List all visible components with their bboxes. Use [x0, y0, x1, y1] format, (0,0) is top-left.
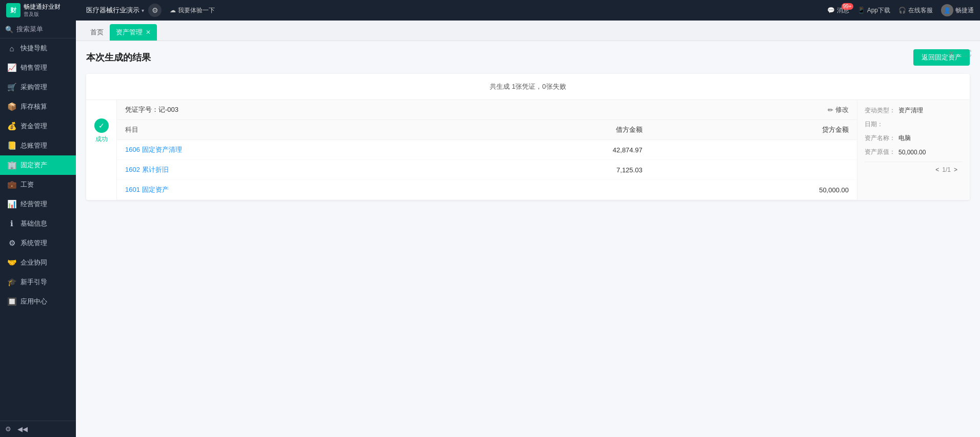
table-row: 1602 累计折旧 7,125.03	[117, 160, 857, 180]
voucher-number: 凭证字号：记-003	[125, 105, 178, 114]
subject-link-3[interactable]: 1601 固定资产	[125, 186, 169, 193]
sidebar: 🔍 搜索菜单 ⌂ 快捷导航 📈 销售管理 🛒 采购管理 📦 库存核算 💰 资金管…	[0, 21, 76, 437]
col-header-subject: 科目	[117, 120, 444, 140]
asset-name-value: 电脑	[898, 134, 911, 143]
main-layout: 🔍 搜索菜单 ⌂ 快捷导航 📈 销售管理 🛒 采购管理 📦 库存核算 💰 资金管…	[0, 21, 980, 437]
sidebar-item-fixed-assets[interactable]: 🏢 固定资产	[0, 155, 76, 175]
sidebar-settings-button[interactable]: ⚙	[5, 425, 11, 433]
sidebar-bottom: ⚙ ◀◀	[0, 421, 76, 437]
debit-3	[444, 180, 650, 200]
search-icon: 🔍	[5, 26, 13, 33]
sidebar-item-ledger[interactable]: 📒 总账管理	[0, 136, 76, 155]
app-download-button[interactable]: 📱 App下载	[857, 6, 890, 15]
company-selector[interactable]: 医疗器械行业演示 ▾	[86, 6, 144, 15]
next-page-button[interactable]: >	[954, 166, 957, 173]
table-row: 1606 固定资产清理 42,874.97	[117, 140, 857, 160]
pagination: < 1/1 >	[865, 162, 963, 177]
user-menu[interactable]: 👤 畅捷通	[941, 4, 974, 16]
sidebar-item-business[interactable]: 📊 经营管理	[0, 194, 76, 214]
prev-page-button[interactable]: <	[935, 166, 939, 173]
headset-icon: 🎧	[898, 7, 906, 14]
success-circle-icon: ✓	[94, 118, 109, 133]
expand-panel-button[interactable]: ⛶	[962, 47, 974, 59]
page-content: 本次生成的结果 返回固定资产 共生成 1张凭证，0张失败 ✓ 成功 凭证字号：记…	[76, 41, 980, 437]
sidebar-collapse-button[interactable]: ◀◀	[17, 425, 28, 433]
tab-bar: 首页 资产管理 ✕	[76, 21, 980, 41]
message-icon: 💬	[827, 7, 835, 14]
voucher-main: 凭证字号：记-003 ✏ 修改 科目 借方金额 贷	[117, 100, 857, 200]
result-panel: 共生成 1张凭证，0张失败 ✓ 成功 凭证字号：记-003 ✏ 修改	[86, 74, 970, 200]
credit-3: 50,000.00	[651, 180, 857, 200]
payroll-icon: 💼	[7, 180, 16, 189]
credit-2	[651, 160, 857, 180]
info-asset-value: 资产原值： 50,000.00	[865, 148, 963, 156]
edit-button[interactable]: ✏ 修改	[828, 105, 849, 114]
voucher-header: 凭证字号：记-003 ✏ 修改	[117, 100, 857, 120]
sidebar-item-system[interactable]: ⚙ 系统管理	[0, 233, 76, 253]
info-icon: ℹ	[7, 219, 16, 228]
close-panel-button[interactable]: ✕	[945, 47, 957, 59]
sidebar-item-cooperation[interactable]: 🤝 企业协同	[0, 253, 76, 272]
sidebar-item-sales[interactable]: 📈 销售管理	[0, 58, 76, 77]
message-button[interactable]: 💬 消息 99+	[827, 6, 849, 15]
tab-home[interactable]: 首页	[84, 24, 110, 41]
logo-icon: 财	[6, 3, 21, 17]
date-label: 日期：	[865, 120, 893, 129]
purchase-icon: 🛒	[7, 83, 16, 92]
cooperation-icon: 🤝	[7, 258, 16, 267]
success-label: 成功	[95, 135, 108, 144]
inventory-icon: 📦	[7, 102, 16, 111]
asset-value-label: 资产原值：	[865, 148, 895, 156]
credit-1	[651, 140, 857, 160]
search-menu[interactable]: 🔍 搜索菜单	[0, 21, 76, 38]
debit-2: 7,125.03	[444, 160, 650, 180]
cloud-icon: ☁	[170, 7, 176, 14]
asset-name-label: 资产名称：	[865, 134, 895, 143]
col-header-debit: 借方金额	[444, 120, 650, 140]
sidebar-item-app-center[interactable]: 🔲 应用中心	[0, 292, 76, 311]
business-icon: 📊	[7, 200, 16, 209]
finance-icon: 💰	[7, 122, 16, 131]
logo-text: 畅捷通好业财 普及版	[24, 3, 61, 18]
ledger-icon: 📒	[7, 141, 16, 150]
sidebar-item-finance[interactable]: 💰 资金管理	[0, 116, 76, 136]
subject-link-1[interactable]: 1606 固定资产清理	[125, 146, 182, 153]
page-title-row: 本次生成的结果 返回固定资产	[86, 49, 970, 66]
sidebar-item-purchase[interactable]: 🛒 采购管理	[0, 77, 76, 97]
sidebar-item-quick-nav[interactable]: ⌂ 快捷导航	[0, 38, 76, 58]
asset-value-value: 50,000.00	[898, 149, 926, 156]
sidebar-item-basic-info[interactable]: ℹ 基础信息	[0, 214, 76, 233]
chevron-down-icon: ▾	[142, 8, 144, 13]
subject-link-2[interactable]: 1602 累计折旧	[125, 166, 169, 173]
panel-controls: ✕ ⛶	[945, 47, 974, 59]
header-middle: 医疗器械行业演示 ▾ ⚙ ☁ 我要体验一下	[82, 4, 827, 17]
content-area: 首页 资产管理 ✕ 本次生成的结果 返回固定资产 共生成 1张凭证，0张失败 ✓	[76, 21, 980, 437]
voucher-table: 科目 借方金额 贷方金额 1606 固定资产清理 42,874.97	[117, 120, 857, 200]
settings-bottom-icon: ⚙	[5, 425, 11, 433]
debit-1: 42,874.97	[444, 140, 650, 160]
top-header: 财 畅捷通好业财 普及版 医疗器械行业演示 ▾ ⚙ ☁ 我要体验一下 💬 消息 …	[0, 0, 980, 21]
info-change-type: 变动类型： 资产清理	[865, 106, 963, 115]
online-service-button[interactable]: 🎧 在线客服	[898, 6, 933, 15]
tab-asset-management[interactable]: 资产管理 ✕	[110, 24, 157, 41]
header-right: 💬 消息 99+ 📱 App下载 🎧 在线客服 👤 畅捷通	[827, 4, 974, 16]
table-row: 1601 固定资产 50,000.00	[117, 180, 857, 200]
sidebar-item-inventory[interactable]: 📦 库存核算	[0, 97, 76, 116]
tab-close-icon[interactable]: ✕	[146, 29, 151, 35]
result-summary: 共生成 1张凭证，0张失败	[86, 74, 970, 100]
settings-icon[interactable]: ⚙	[148, 4, 162, 17]
col-header-credit: 贷方金额	[651, 120, 857, 140]
voucher-section: ✓ 成功 凭证字号：记-003 ✏ 修改	[86, 100, 970, 200]
sidebar-item-payroll[interactable]: 💼 工资	[0, 175, 76, 194]
sales-icon: 📈	[7, 63, 16, 72]
collapse-icon: ◀◀	[17, 425, 28, 433]
sidebar-item-guide[interactable]: 🎓 新手引导	[0, 272, 76, 292]
system-icon: ⚙	[7, 239, 16, 248]
avatar: 👤	[941, 4, 953, 16]
info-date: 日期：	[865, 120, 963, 129]
company-name: 医疗器械行业演示	[86, 6, 139, 15]
fixed-assets-icon: 🏢	[7, 161, 16, 170]
change-type-value: 资产清理	[898, 106, 923, 115]
logo-area: 财 畅捷通好业财 普及版	[6, 3, 82, 18]
experience-button[interactable]: ☁ 我要体验一下	[170, 6, 215, 15]
